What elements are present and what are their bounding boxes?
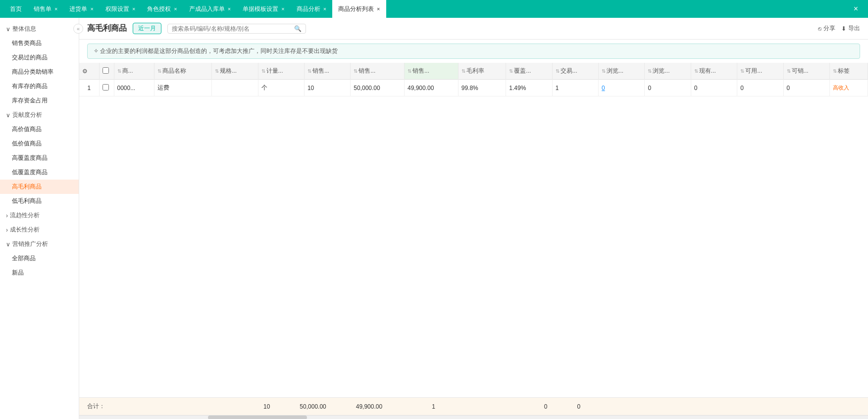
close-role-auth[interactable]: ×: [174, 6, 177, 12]
col-code-header[interactable]: ⇅商...: [114, 63, 154, 80]
col-tag-header[interactable]: ⇅标签: [829, 63, 868, 80]
nav-product-analysis-list[interactable]: 商品分析列表 ×: [332, 0, 386, 18]
nav-template-settings[interactable]: 单据模板设置 ×: [237, 0, 290, 18]
nav-role-auth[interactable]: 角色授权 ×: [141, 0, 183, 18]
col-checkbox[interactable]: [99, 63, 114, 80]
footer-stock-current: 0: [544, 403, 548, 410]
close-purchase-order[interactable]: ×: [90, 6, 93, 12]
col-name-header[interactable]: ⇅商品名称: [154, 63, 211, 80]
table-footer: 合计： 10 50,000.00 49,900.00 1 0 0: [79, 397, 868, 415]
sidebar-item-high-value[interactable]: 高价值商品: [0, 122, 79, 137]
col-stock-sellable-header[interactable]: ⇅可销...: [783, 63, 829, 80]
content-header: 高毛利商品 近一月 🔍 ⎋ 分享 ⬇ 导出: [79, 18, 868, 40]
nav-permission-settings[interactable]: 权限设置 ×: [100, 0, 141, 18]
cell-spec: [212, 80, 258, 96]
col-views1-header[interactable]: ⇅浏览...: [599, 63, 645, 80]
cell-views2: 0: [645, 80, 691, 96]
sidebar-section-trend[interactable]: › 流趋性分析: [0, 208, 79, 223]
sidebar-item-traded-goods[interactable]: 交易过的商品: [0, 50, 79, 65]
cell-transactions: 1: [552, 80, 598, 96]
close-product-analysis[interactable]: ×: [323, 6, 326, 12]
close-sales-order[interactable]: ×: [54, 6, 57, 12]
sidebar-item-new-goods[interactable]: 新品: [0, 266, 79, 280]
sidebar-section-growth[interactable]: › 成长性分析: [0, 223, 79, 237]
sidebar-item-all-goods[interactable]: 全部商品: [0, 251, 79, 266]
cell-stock-available: 0: [737, 80, 783, 96]
nav-purchase-order[interactable]: 进货单 ×: [63, 0, 99, 18]
sidebar: ∨ 整体信息 销售类商品 交易过的商品 商品分类助销率 有库存的商品 库存资金占…: [0, 18, 79, 419]
footer-sales-cost: 49,900.00: [356, 403, 382, 410]
nav-home[interactable]: 首页: [4, 0, 28, 18]
page-title: 高毛利商品: [87, 23, 127, 34]
top-navigation: 首页 销售单 × 进货单 × 权限设置 × 角色授权 × 产成品入库单 × 单据…: [0, 0, 868, 18]
cell-stock-current: 0: [691, 80, 737, 96]
col-gross-margin-header[interactable]: ⇅毛利率: [458, 63, 506, 80]
col-sales-qty-header[interactable]: ⇅销售...: [304, 63, 350, 80]
col-views2-header[interactable]: ⇅浏览...: [645, 63, 691, 80]
footer-transactions: 1: [432, 403, 435, 410]
sidebar-item-in-stock[interactable]: 有库存的商品: [0, 79, 79, 93]
sidebar-item-low-value[interactable]: 低价值商品: [0, 137, 79, 151]
cell-unit: 个: [258, 80, 304, 96]
table-header-row: ⚙ ⇅商... ⇅商品名称 ⇅规格...: [79, 63, 868, 80]
info-banner: ✧ 企业的主要的利润都是这部分商品创造的，可考虑加大推广，同时关注库存是不要出现…: [87, 44, 860, 59]
sidebar-item-low-coverage[interactable]: 低覆盖度商品: [0, 165, 79, 180]
col-unit-header[interactable]: ⇅计量...: [258, 63, 304, 80]
search-box[interactable]: 🔍: [167, 24, 306, 34]
sidebar-section-contribution[interactable]: ∨ 贡献度分析: [0, 108, 79, 122]
col-stock-available-header[interactable]: ⇅可用...: [737, 63, 783, 80]
col-transactions-header[interactable]: ⇅交易...: [552, 63, 598, 80]
cell-checkbox[interactable]: [99, 80, 114, 96]
filter-period-button[interactable]: 近一月: [133, 23, 161, 34]
scrollbar-thumb[interactable]: [208, 416, 307, 419]
sidebar-section-marketing[interactable]: ∨ 营销推广分析: [0, 237, 79, 251]
col-coverage-header[interactable]: ⇅覆盖...: [506, 63, 552, 80]
col-sales-amt-header[interactable]: ⇅销售...: [351, 63, 405, 80]
horizontal-scrollbar[interactable]: [79, 415, 868, 419]
sidebar-item-sales-goods[interactable]: 销售类商品: [0, 36, 79, 50]
cell-gross-margin: 99.8%: [458, 80, 506, 96]
footer-stock-sellable: 0: [577, 403, 581, 410]
close-product-analysis-list[interactable]: ×: [377, 6, 380, 12]
header-actions: ⎋ 分享 ⬇ 导出: [818, 24, 860, 33]
search-input[interactable]: [172, 25, 292, 32]
close-template-settings[interactable]: ×: [281, 6, 284, 12]
sidebar-item-stock-capital[interactable]: 库存资金占用: [0, 93, 79, 108]
table-row: 1 0000... 运费 个 10 50,000.00 49,900.00 99…: [79, 80, 868, 96]
chevron-right-icon: ›: [6, 212, 8, 219]
close-permission-settings[interactable]: ×: [132, 6, 135, 12]
sidebar-collapse-button[interactable]: «: [73, 24, 83, 34]
share-button[interactable]: ⎋ 分享: [818, 24, 835, 33]
sidebar-item-category-rate[interactable]: 商品分类助销率: [0, 65, 79, 79]
select-all-checkbox[interactable]: [102, 67, 109, 74]
sidebar-item-high-coverage[interactable]: 高覆盖度商品: [0, 151, 79, 165]
row-checkbox[interactable]: [102, 84, 109, 91]
nav-product-analysis[interactable]: 商品分析 ×: [291, 0, 332, 18]
export-button[interactable]: ⬇ 导出: [841, 24, 860, 33]
footer-sales-qty: 10: [263, 403, 270, 410]
cell-code: 0000...: [114, 80, 154, 96]
sidebar-item-low-margin[interactable]: 低毛利商品: [0, 194, 79, 208]
search-icon[interactable]: 🔍: [294, 25, 302, 32]
cell-sales-cost: 49,900.00: [405, 80, 459, 96]
col-spec-header[interactable]: ⇅规格...: [212, 63, 258, 80]
cell-views1[interactable]: 0: [599, 80, 645, 96]
cell-coverage: 1.49%: [506, 80, 552, 96]
chevron-right-icon: ›: [6, 227, 8, 233]
nav-sales-order[interactable]: 销售单 ×: [28, 0, 63, 18]
col-sales-cost-header[interactable]: ⇅销售...: [405, 63, 459, 80]
nav-product-warehousing[interactable]: 产成品入库单 ×: [183, 0, 237, 18]
cell-tag: 高收入: [829, 80, 868, 96]
data-table-container[interactable]: ⚙ ⇅商... ⇅商品名称 ⇅规格...: [79, 63, 868, 397]
sidebar-section-overall[interactable]: ∨ 整体信息: [0, 22, 79, 36]
cell-sales-qty: 10: [304, 80, 350, 96]
share-icon: ⎋: [818, 25, 821, 32]
chevron-down-icon: ∨: [6, 241, 10, 248]
product-table: ⚙ ⇅商... ⇅商品名称 ⇅规格...: [79, 63, 868, 96]
window-close-button[interactable]: ×: [848, 4, 864, 13]
sidebar-item-high-margin[interactable]: 高毛利商品: [0, 180, 79, 194]
chevron-down-icon: ∨: [6, 112, 10, 119]
col-settings[interactable]: ⚙: [79, 63, 99, 80]
close-product-warehousing[interactable]: ×: [228, 6, 231, 12]
col-stock-current-header[interactable]: ⇅现有...: [691, 63, 737, 80]
